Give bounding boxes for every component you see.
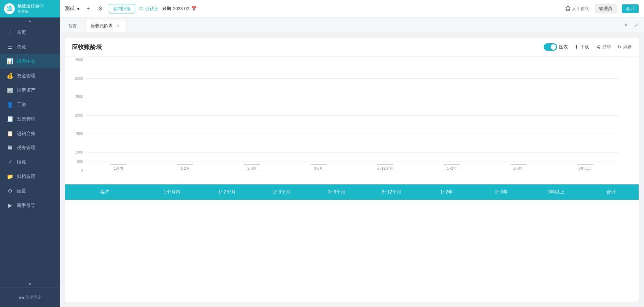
tab-close-icon[interactable]: ×	[115, 23, 121, 29]
bar-label-2-3m: 2-3月	[247, 166, 256, 171]
tax-icon: 🏛	[7, 145, 13, 151]
sidebar-item-label-tm: 税务管理	[17, 145, 36, 151]
main-area: 测试 ▾ + ⚙ 切到旧版 🛡 已认证 账期 2023-02 📅 🎧 人工咨询 …	[60, 0, 644, 307]
sidebar-item-settings[interactable]: ⚙ 设置	[0, 184, 60, 198]
chart-toggle[interactable]	[544, 43, 557, 51]
certified-label: 已认证	[145, 6, 158, 12]
project-selector[interactable]: 测试 ▾	[65, 6, 79, 12]
th-1-2y: 1~2年	[419, 184, 474, 200]
topbar: 测试 ▾ + ⚙ 切到旧版 🛡 已认证 账期 2023-02 📅 🎧 人工咨询 …	[60, 0, 644, 17]
bar-label-1-2m: 1-2月	[181, 166, 190, 171]
content-area: 应收账龄表 图表 ⬇ 下载 🖨 打印 ↻	[60, 32, 644, 307]
cancel-fixed-icon: ◀◀	[18, 295, 24, 300]
sidebar-item-label-gl: 总账	[17, 44, 26, 50]
bar-1-2y	[444, 164, 460, 165]
chevron-down-icon: ▾	[77, 6, 79, 11]
print-icon: 🖨	[596, 44, 600, 50]
sidebar-item-newcomer-guide[interactable]: ▶ 新手引导	[0, 198, 60, 213]
bar-group-1m: 1月内	[110, 164, 126, 171]
sidebar-item-purchase-sales[interactable]: 📋 进销台账	[0, 126, 60, 141]
assets-icon: 🏢	[7, 87, 13, 93]
sidebar-item-label-cl: 结账	[17, 159, 26, 165]
bar-6-12m	[377, 164, 393, 165]
print-label: 打印	[602, 44, 611, 50]
shield-icon: 🛡	[139, 6, 144, 11]
sidebar-item-label-am: 归档管理	[17, 174, 36, 180]
close-panel-btn[interactable]: ✕	[621, 20, 631, 30]
refresh-btn[interactable]: ↻ 刷新	[618, 44, 632, 50]
bar-3y-plus	[577, 164, 593, 165]
project-name: 测试	[65, 6, 74, 12]
sidebar-item-home[interactable]: ⌂ 首页	[0, 26, 60, 40]
download-btn[interactable]: ⬇ 下载	[575, 44, 589, 50]
certified-badge: 🛡 已认证	[139, 6, 158, 12]
bar-chart: 2500 2500 2500 2000 1500 1000 500 0 1月内	[65, 57, 639, 184]
sidebar: 通 畅捷通好会计 专业版 ▲ ⌂ 首页 ☰ 总账 📊 报表中心 💰 资金管理 🏢…	[0, 0, 60, 307]
sidebar-item-closing[interactable]: ✓ 结账	[0, 155, 60, 169]
th-3-6m: 3~6个月	[309, 184, 364, 200]
bar-1m	[110, 164, 126, 165]
topbar-right: 🎧 人工咨询 管理员 会计	[565, 4, 639, 13]
th-customer: 客户	[65, 184, 145, 200]
page-title: 应收账龄表	[72, 43, 102, 51]
sidebar-item-label-st: 设置	[17, 188, 26, 194]
refresh-icon: ↻	[618, 44, 622, 50]
sidebar-item-archive-management[interactable]: 📁 归档管理	[0, 169, 60, 184]
role-btn[interactable]: 会计	[622, 4, 639, 13]
sidebar-item-label-home: 首页	[17, 30, 26, 36]
download-icon: ⬇	[575, 44, 579, 50]
sidebar-item-fixed-assets[interactable]: 🏢 固定资产	[0, 83, 60, 97]
sidebar-item-payroll[interactable]: 👤 工资	[0, 97, 60, 112]
sidebar-bottom: ◀◀ 取消固定	[0, 288, 60, 307]
scroll-up-btn[interactable]: ▲	[0, 17, 60, 24]
tabbar-actions: ✕ ⤢	[621, 17, 644, 32]
sidebar-item-label-im: 发票管理	[17, 116, 36, 122]
home-icon: ⌂	[7, 30, 13, 36]
support-btn[interactable]: 🎧 人工咨询	[565, 6, 589, 12]
sidebar-item-label-ng: 新手引导	[17, 203, 36, 209]
expand-panel-btn[interactable]: ⤢	[632, 20, 641, 30]
sidebar-item-report-center[interactable]: 📊 报表中心	[0, 54, 60, 69]
scroll-down-btn[interactable]: ▼	[0, 281, 60, 288]
th-2-3m: 2~3个月	[255, 184, 310, 200]
sidebar-item-label-rc: 报表中心	[17, 58, 36, 64]
bar-group-3y-plus: 3年以上	[577, 164, 593, 171]
cancel-fixed-btn[interactable]: ◀◀ 取消固定	[0, 291, 60, 304]
bar-label-1-2y: 1~2年	[447, 166, 457, 171]
headset-icon: 🎧	[565, 6, 571, 11]
bar-label-3-6m: 3-6月	[314, 166, 323, 171]
archive-icon: 📁	[7, 173, 13, 180]
bar-1-2m	[177, 164, 193, 165]
add-btn[interactable]: +	[84, 4, 93, 13]
topbar-settings-btn[interactable]: ⚙	[96, 4, 105, 13]
bar-group-6-12m: 6~12个月	[377, 164, 393, 171]
sidebar-item-fund-management[interactable]: 💰 资金管理	[0, 69, 60, 83]
tab-receivables-aging[interactable]: 应收账龄表 ×	[85, 20, 126, 32]
sidebar-item-invoice-management[interactable]: 🧾 发票管理	[0, 112, 60, 126]
bar-label-1m: 1月内	[114, 166, 123, 171]
bar-label-2-3y: 2~3年	[514, 166, 524, 171]
bar-label-6-12m: 6~12个月	[377, 166, 393, 171]
bar-group-3-6m: 3-6月	[311, 164, 327, 171]
content-scroll[interactable]: 2500 2500 2500 2000 1500 1000 500 0 1月内	[65, 57, 639, 302]
th-6-12m: 6~12个月	[364, 184, 419, 200]
sidebar-item-general-ledger[interactable]: ☰ 总账	[0, 40, 60, 54]
period-info: 账期 2023-02 📅	[162, 6, 197, 12]
sidebar-item-tax-management[interactable]: 🏛 税务管理	[0, 141, 60, 155]
tabbar: 首页 应收账龄表 × ✕ ⤢	[60, 17, 644, 32]
cancel-fixed-label: 取消固定	[25, 295, 42, 300]
bar-2-3y	[511, 164, 527, 165]
sidebar-logo: 通 畅捷通好会计 专业版	[0, 0, 60, 17]
chart-toggle-label: 图表	[559, 44, 568, 50]
tab-home-label: 首页	[68, 23, 77, 29]
manager-btn[interactable]: 管理员	[595, 4, 616, 13]
download-label: 下载	[580, 44, 589, 50]
support-label: 人工咨询	[572, 6, 589, 12]
bar-group-1-2m: 1-2月	[177, 164, 193, 171]
switch-version-btn[interactable]: 切到旧版	[109, 4, 135, 13]
period-text: 账期	[162, 6, 171, 12]
th-1m: 1个月内	[145, 184, 200, 200]
purchase-icon: 📋	[7, 130, 13, 137]
print-btn[interactable]: 🖨 打印	[596, 44, 611, 50]
tab-home[interactable]: 首页	[62, 20, 83, 32]
